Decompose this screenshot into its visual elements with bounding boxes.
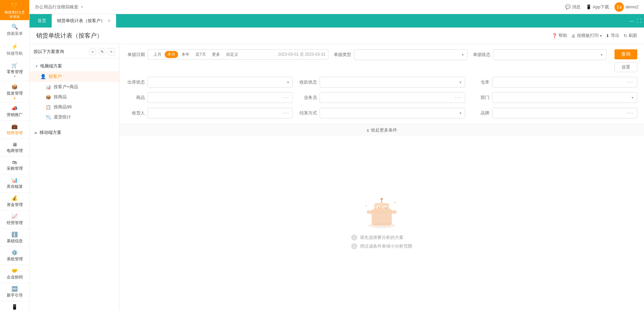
brand-control[interactable]: ··· (492, 108, 637, 118)
sidebar-item-quicknav[interactable]: ⚡ 快捷导航 (0, 40, 29, 60)
date-tab-custom[interactable]: 自定义 (223, 51, 241, 58)
enterprise-icon: 🤝 (11, 268, 18, 274)
collapse-more-icon: ∧ (366, 128, 370, 133)
payment-status-control[interactable]: ▾ (320, 77, 465, 88)
salesperson-control[interactable]: ··· (320, 92, 465, 103)
svg-point-8 (381, 198, 383, 200)
avatar: Ea (614, 2, 624, 12)
sidebar-item-basicinfo[interactable]: ℹ️ 基础信息 (0, 229, 29, 247)
refresh-btn[interactable]: ↻ 刷新 (624, 33, 637, 39)
filter-item-warehouse: 仓库 ··· (471, 77, 637, 88)
tab-active[interactable]: 销货单统计表（按客户） ✕ (52, 14, 116, 28)
status-control[interactable]: ▾ (493, 49, 606, 60)
sidebar-item-appcenter[interactable]: 📱 应用中心 (0, 301, 29, 310)
logo-sub: 标准版 (10, 14, 20, 19)
salesperson-label: 业务员 (298, 95, 317, 101)
sidebar-item-search[interactable]: 🔍 搜索菜单 (0, 20, 29, 40)
warehouse-label: 仓库 (471, 79, 489, 85)
settlement-label: 结算方式 (298, 110, 317, 116)
sidebar-item-marketing[interactable]: 📣 营销推广 (0, 103, 29, 121)
print-btn[interactable]: 🖨 按模板打印 ▾ (571, 33, 602, 39)
minimize-icon[interactable]: — (629, 18, 634, 23)
sidebar-item-sales[interactable]: 💼 销售管理 (0, 121, 29, 139)
left-panel-header: 按以下方案查询 + ✎ « (30, 44, 119, 58)
goods-control[interactable]: ··· (148, 92, 293, 103)
mobile-scheme-group[interactable]: ▶ 移动端方案 (30, 127, 119, 138)
edit-scheme-btn[interactable]: ✎ (98, 48, 106, 55)
goods-label: 商品 (126, 95, 145, 101)
settlement-control[interactable]: ▾ (320, 108, 465, 118)
sidebar-item-wholesale[interactable]: 📦 批发管理 ▲ (0, 81, 29, 103)
tabbar: 首页 销货单统计表（按客户） ✕ — ⛶ (30, 14, 644, 28)
scheme-item-by-customer[interactable]: 👤 按客户 (30, 71, 119, 82)
ecom-icon: 🖥 (12, 142, 17, 147)
sidebar-item-finance[interactable]: 💰 资金管理 (0, 193, 29, 211)
scheme-item-customer-goods[interactable]: 📊 按客户+商品 (30, 82, 119, 92)
message-btn[interactable]: 💬 消息 (565, 4, 581, 10)
date-range-control[interactable]: 上月 本月 本年 近7天 更多 自定义 2023-03-01 至 2023-03… (148, 49, 328, 60)
filter-item-settlement: 结算方式 ▾ (298, 108, 465, 118)
filter-row-2: 出库状态 ▾ 收款状态 ▾ (126, 77, 637, 88)
filter-item-receiver: 收货人 ··· (126, 108, 293, 118)
date-tab-this-year[interactable]: 本年 (179, 51, 192, 58)
add-scheme-btn[interactable]: + (89, 48, 96, 55)
collapse-more-btn[interactable]: ∧ 收起更多条件 (119, 124, 644, 136)
hint-text-1: 请先选择要分析的方案 (360, 235, 404, 241)
sidebar-item-newbie[interactable]: 🆕 新手引导 (0, 283, 29, 301)
type-control[interactable]: ▾ (354, 49, 467, 60)
tab-home[interactable]: 首页 (32, 14, 52, 28)
main-body: 按以下方案查询 + ✎ « ▼ (30, 44, 644, 310)
date-tab-last-month[interactable]: 上月 (151, 51, 164, 58)
hint-num-2: 2 (351, 243, 357, 249)
goods-icon: 📦 (46, 95, 51, 100)
collapse-panel-btn[interactable]: « (108, 48, 115, 55)
app-download-btn[interactable]: 📱 App下载 (586, 4, 609, 10)
help-icon: ❓ (552, 33, 557, 38)
pc-scheme-group[interactable]: ▼ 电脑端方案 (30, 61, 119, 71)
quicknav-icon: ⚡ (11, 43, 18, 50)
chevron-right-icon: ▶ (35, 131, 38, 135)
date-tab-more[interactable]: 更多 (209, 51, 223, 58)
out-status-control[interactable]: ▾ (148, 77, 293, 88)
brand-dots-icon: ··· (627, 110, 634, 116)
user-profile-btn[interactable]: Ea demo2 (614, 2, 639, 12)
appcenter-icon: 📱 (11, 304, 18, 310)
dept-control[interactable]: ▾ (492, 92, 637, 103)
scheme-item-by-goods[interactable]: 📦 按商品 (30, 92, 119, 102)
sidebar-item-purchase[interactable]: 🛍 采购管理 (0, 157, 29, 174)
maximize-icon[interactable]: ⛶ (637, 18, 641, 23)
print-icon: 🖨 (571, 33, 576, 38)
scheme-item-by-goods99[interactable]: 📋 按商品99 (30, 102, 119, 112)
warehouse-control[interactable]: ··· (492, 77, 637, 88)
tab-close-icon[interactable]: ✕ (108, 19, 111, 23)
logo-icon: 🧡 (10, 1, 19, 9)
help-btn[interactable]: ❓ 帮助 (552, 33, 567, 39)
payment-chevron-icon: ▾ (460, 80, 462, 85)
sidebar-item-retail[interactable]: 🛒 零售管理 ▼ (0, 60, 29, 81)
date-tab-7days[interactable]: 近7天 (193, 51, 209, 58)
logo-text: 畅捷通好生意 (5, 10, 25, 14)
scheme-sub-item-label: 按客户+商品 (54, 84, 78, 90)
sidebar-item-sysadmin[interactable]: ⚙️ 系统管理 (0, 247, 29, 265)
export-btn[interactable]: ⬇ 导出 (606, 33, 620, 39)
chevron-down-icon: ▼ (13, 75, 16, 78)
sidebar-item-ecom[interactable]: 🖥 电商管理 (0, 139, 29, 157)
sidebar-item-enterprise[interactable]: 🤝 企业协同 (0, 265, 29, 283)
sidebar-item-ops[interactable]: 📈 经营管理 (0, 211, 29, 229)
filter-row-3: 商品 ··· 业务员 ··· (126, 92, 637, 103)
query-button[interactable]: 查询 (614, 49, 637, 59)
out-status-chevron-icon: ▾ (287, 80, 289, 85)
receiver-label: 收货人 (126, 110, 145, 116)
settings-button[interactable]: 设置 (614, 62, 637, 72)
dept-label: 部门 (471, 95, 489, 101)
scheme-item-return-stats[interactable]: 📉 退货统计 (30, 112, 119, 122)
receiver-control[interactable]: ··· (148, 108, 293, 118)
date-tab-this-month[interactable]: 本月 (165, 51, 178, 58)
topbar-right: 💬 消息 📱 App下载 Ea demo2 (565, 2, 639, 12)
type-chevron-icon: ▾ (462, 53, 464, 57)
app-download-label: App下载 (593, 4, 609, 10)
filter-row-4: 收货人 ··· 结算方式 ▾ (126, 108, 637, 118)
message-label: 消息 (572, 4, 581, 10)
sidebar-item-label: 系统管理 (7, 256, 23, 262)
sidebar-item-inventory[interactable]: 📊 库存核算 (0, 174, 29, 193)
